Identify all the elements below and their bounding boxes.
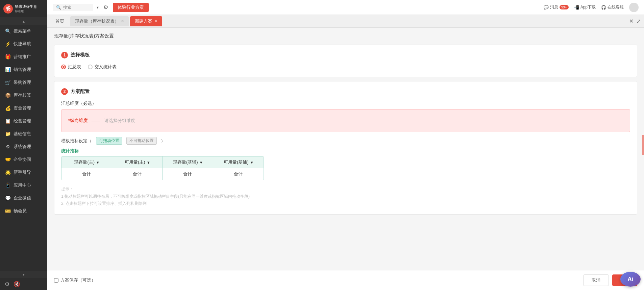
topbar-right: 💬 消息 99+ 📲 App下载 🎧 在线客服 [544, 3, 639, 12]
stats-section-title: 统计指标 [61, 148, 630, 154]
stats-body-cell-1-1: 合计 [61, 168, 112, 180]
topbar-search-input[interactable] [63, 5, 90, 10]
sidebar-item-member-label: 畅会员 [14, 208, 27, 214]
headset-icon: 🎧 [601, 5, 606, 10]
app-name: 畅康通好生意 [15, 4, 37, 9]
online-service-item[interactable]: 🎧 在线客服 [601, 4, 624, 10]
messages-label: 消息 [550, 4, 558, 10]
stats-body-cell-1-3: 合计 [163, 168, 213, 180]
sidebar-item-wechat[interactable]: 💬 企业微信 [0, 192, 47, 204]
sidebar-scroll-up[interactable]: ▲ [0, 18, 47, 25]
sidebar-item-guide[interactable]: 🌟 新手引导 [0, 166, 47, 179]
right-scroll-indicator [642, 135, 644, 155]
sidebar-logo: 畅 畅康通好生意 标准版 [0, 0, 47, 18]
sidebar-item-system-label: 系统管理 [14, 144, 31, 150]
tip2: 2. 点击标题栏下拉可设置排序、插入列和删除列 [61, 200, 630, 208]
stats-header-col1-label: 现存量(主) [74, 159, 95, 165]
wechat-icon: 💬 [5, 195, 11, 201]
tab-new-plan-close-icon[interactable]: ✕ [154, 19, 157, 23]
step1-title: 选择模板 [71, 52, 90, 58]
sidebar-item-member[interactable]: 🎫 畅会员 [0, 204, 47, 217]
sidebar-item-app-center[interactable]: 📱 应用中心 [0, 179, 47, 192]
sidebar-item-purchase[interactable]: 🛒 采购管理 [0, 76, 47, 89]
radio-cross-table[interactable]: 交叉统计表 [88, 64, 117, 70]
tab-inventory-label: 现存量（库存状况表） [75, 18, 119, 24]
sidebar-item-sales[interactable]: 📊 销售管理 [0, 63, 47, 76]
sidebar-item-quick-nav[interactable]: ⚡ 快捷导航 [0, 38, 47, 50]
sidebar-item-marketing[interactable]: 🎁 营销推广 [0, 50, 47, 63]
save-plan-checkbox[interactable] [54, 278, 58, 283]
sound-icon[interactable]: 🔇 [14, 281, 20, 287]
step2-title: 方案配置 [71, 89, 90, 95]
sidebar-item-management[interactable]: 📋 经营管理 [0, 115, 47, 127]
stats-header-col2-dropdown[interactable]: ▾ [147, 160, 150, 165]
ai-button[interactable]: Ai [620, 272, 641, 287]
app-download-item[interactable]: 📲 App下载 [574, 4, 596, 10]
cancel-button[interactable]: 取消 [583, 274, 609, 286]
tab-inventory-close-icon[interactable]: ✕ [121, 19, 124, 23]
trial-industry-btn[interactable]: 体验行业方案 [113, 3, 149, 12]
footer-left: 方案保存（可选） [54, 277, 96, 283]
stats-table-body: 合计 合计 合计 合计 [61, 168, 264, 180]
step2-badge: 2 [61, 88, 68, 95]
guide-icon: 🌟 [5, 169, 11, 175]
sidebar-item-wechat-label: 企业微信 [14, 195, 31, 201]
sidebar-item-search-label: 搜索菜单 [14, 28, 31, 34]
search-icon: 🔍 [5, 28, 11, 34]
stats-header-col3-dropdown[interactable]: ▾ [200, 160, 202, 165]
stats-header-col2[interactable]: 可用量(主) ▾ [112, 156, 163, 168]
radio-summary-label: 汇总表 [68, 64, 81, 70]
tab-home[interactable]: 首页 [51, 16, 69, 26]
stats-header-col4-dropdown[interactable]: ▾ [251, 160, 253, 165]
sidebar-item-finance-label: 资金管理 [14, 105, 31, 111]
indicator-setting-row: 模板指标设定（ 可拖动位置 不可拖动位置 ） [61, 137, 630, 145]
stats-table-header: 现存量(主) ▾ 可用量(主) ▾ 现存量(基辅) ▾ 可用量(基辅) ▾ [61, 156, 264, 168]
tabbar-right-icons: ✕ ⤢ [629, 18, 641, 24]
logo-icon: 畅 [3, 4, 13, 14]
management-icon: 📋 [5, 118, 11, 124]
stats-header-col4[interactable]: 可用量(基辅) ▾ [213, 156, 264, 168]
quick-nav-icon: ⚡ [5, 41, 11, 47]
sidebar-item-marketing-label: 营销推广 [14, 54, 31, 60]
fixed-badge: 不可拖动位置 [126, 137, 157, 145]
stats-table: 现存量(主) ▾ 可用量(主) ▾ 现存量(基辅) ▾ 可用量(基辅) ▾ [61, 156, 264, 180]
radio-cross-label: 交叉统计表 [95, 64, 117, 70]
dimension-section-label: 汇总维度（必选） [61, 100, 630, 106]
settings-bottom-icon[interactable]: ⚙ [5, 281, 9, 287]
sidebar-bottom: ⚙ 🔇 [0, 278, 47, 290]
tab-expand-icon[interactable]: ⤢ [636, 18, 641, 24]
stats-header-col2-label: 可用量(主) [125, 159, 145, 165]
stats-header-col1[interactable]: 现存量(主) ▾ [61, 156, 112, 168]
app-download-label: App下载 [580, 4, 596, 10]
radio-summary-table[interactable]: 汇总表 [61, 64, 81, 70]
user-avatar[interactable] [629, 3, 639, 12]
topbar: 🔍 ▾ ⚙ 体验行业方案 💬 消息 99+ 📲 App下载 🎧 在线客服 [47, 0, 644, 15]
step1-card: 1 选择模板 汇总表 交叉统计表 [54, 45, 637, 77]
sidebar-item-search[interactable]: 🔍 搜索菜单 [0, 25, 47, 38]
tab-new-plan[interactable]: 新建方案 ✕ [130, 16, 162, 26]
sidebar-item-system[interactable]: ⚙ 系统管理 [0, 140, 47, 153]
sidebar-item-inventory[interactable]: 📦 库存核算 [0, 89, 47, 102]
stats-header-col1-dropdown[interactable]: ▾ [97, 160, 99, 165]
topbar-settings-icon[interactable]: ⚙ [103, 4, 108, 10]
sidebar-item-basic-info[interactable]: 📁 基础信息 [0, 127, 47, 140]
app-edition: 标准版 [15, 9, 37, 14]
sidebar-item-finance[interactable]: 💰 资金管理 [0, 102, 47, 115]
messages-item[interactable]: 💬 消息 99+ [544, 4, 569, 10]
dimension-area[interactable]: *纵向维度 —— 请选择分组维度 [61, 109, 630, 132]
dimension-placeholder: 请选择分组维度 [104, 118, 135, 124]
sidebar-item-enterprise[interactable]: 🤝 企业协同 [0, 153, 47, 166]
indicator-setting-label-end: ） [161, 138, 165, 144]
tab-inventory[interactable]: 现存量（库存状况表） ✕ [70, 16, 129, 26]
topbar-search-box[interactable]: 🔍 [53, 4, 93, 11]
save-plan-label: 方案保存（可选） [60, 277, 96, 283]
sidebar-item-guide-label: 新手引导 [14, 169, 31, 175]
sidebar-scroll-down[interactable]: ▼ [0, 271, 47, 278]
topbar-dropdown-btn[interactable]: ▾ [97, 5, 99, 10]
tab-close-icon[interactable]: ✕ [629, 18, 634, 24]
dimension-dash: —— [92, 118, 100, 123]
ai-label: Ai [627, 276, 634, 283]
stats-header-col3[interactable]: 现存量(基辅) ▾ [163, 156, 213, 168]
sidebar-item-enterprise-label: 企业协同 [14, 156, 31, 163]
sidebar-item-app-center-label: 应用中心 [14, 182, 31, 188]
